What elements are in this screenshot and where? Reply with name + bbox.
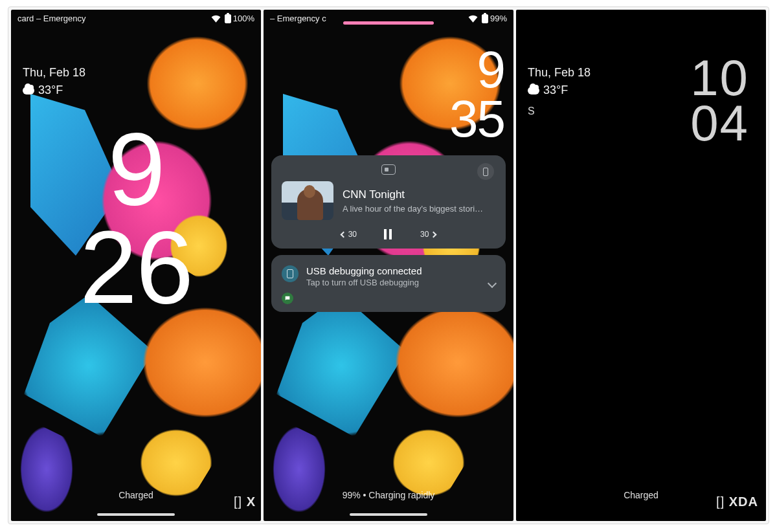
messages-app-icon[interactable]: [282, 293, 293, 304]
expand-chevron-icon[interactable]: [488, 279, 497, 288]
pause-button[interactable]: [384, 229, 393, 239]
output-device-button[interactable]: [477, 163, 494, 180]
clock-minutes: 26: [80, 218, 192, 316]
rewind-amount: 30: [348, 230, 357, 239]
media-title: CNN Tonight: [343, 188, 483, 201]
usb-notification[interactable]: USB debugging connected Tap to turn off …: [271, 255, 506, 312]
lockscreen-1: card – Emergency 100% Thu, Feb 18 33°F 9…: [11, 10, 261, 521]
notification-pill[interactable]: [343, 21, 434, 25]
charging-status: 99% • Charging rapidly: [264, 490, 513, 500]
date-weather-widget[interactable]: Thu, Feb 18 33°F S: [528, 65, 591, 118]
date-text: Thu, Feb 18: [23, 65, 85, 80]
usb-title: USB debugging connected: [306, 265, 422, 276]
wifi-icon: [211, 15, 221, 23]
lock-clock: 9 26: [80, 120, 192, 316]
battery-indicator: 100%: [225, 14, 254, 23]
date-weather-widget[interactable]: Thu, Feb 18 33°F: [23, 65, 85, 98]
battery-icon: [225, 14, 231, 23]
media-thumbnail: [282, 181, 333, 220]
lockscreen-2: – Emergency c 99% 9 35: [264, 10, 513, 521]
battery-percent: 100%: [233, 14, 254, 23]
gesture-nav-bar[interactable]: [350, 513, 427, 516]
extra-info-line: S: [528, 105, 591, 118]
forward-amount: 30: [420, 230, 429, 239]
date-text: Thu, Feb 18: [528, 65, 591, 80]
charging-status: Charged: [11, 490, 261, 500]
status-bar: card – Emergency 100%: [17, 14, 254, 23]
xda-watermark: [] X: [234, 494, 256, 509]
temperature-text: 33°F: [543, 83, 568, 98]
battery-percent: 99%: [490, 14, 507, 23]
xda-watermark: [] XDA: [716, 494, 758, 509]
wifi-icon: [468, 15, 478, 23]
usb-subtitle: Tap to turn off USB debugging: [306, 278, 422, 287]
battery-indicator: 99%: [482, 14, 507, 23]
battery-icon: [482, 14, 488, 23]
media-notification[interactable]: CNN Tonight A live hour of the day's big…: [271, 155, 506, 249]
temperature-text: 33°F: [38, 83, 63, 98]
forward-button[interactable]: 30: [420, 230, 436, 239]
carrier-text: card – Emergency: [17, 14, 86, 23]
weather-cloud-icon: [528, 87, 539, 94]
cast-icon[interactable]: [381, 164, 396, 175]
media-subtitle: A live hour of the day's biggest stori…: [343, 204, 483, 214]
clock-hours: 9: [449, 45, 504, 94]
clock-minutes: 35: [449, 94, 504, 144]
rewind-button[interactable]: 30: [341, 230, 357, 239]
usb-icon: [282, 265, 298, 282]
clock-hours: 9: [80, 120, 192, 218]
screenshot-frame: card – Emergency 100% Thu, Feb 18 33°F 9…: [8, 6, 769, 524]
phone-icon: [483, 168, 488, 176]
aod-screen: Thu, Feb 18 33°F S 10 04 Charged [] XDA: [516, 10, 766, 521]
weather-cloud-icon: [23, 87, 34, 94]
notification-area: CNN Tonight A live hour of the day's big…: [271, 155, 506, 312]
clock-hours: 10: [690, 55, 749, 100]
aod-clock: 10 04: [690, 55, 749, 146]
carrier-text: – Emergency c: [270, 14, 326, 23]
clock-minutes: 04: [690, 100, 749, 146]
lock-clock: 9 35: [449, 45, 504, 144]
gesture-nav-bar[interactable]: [97, 513, 175, 516]
